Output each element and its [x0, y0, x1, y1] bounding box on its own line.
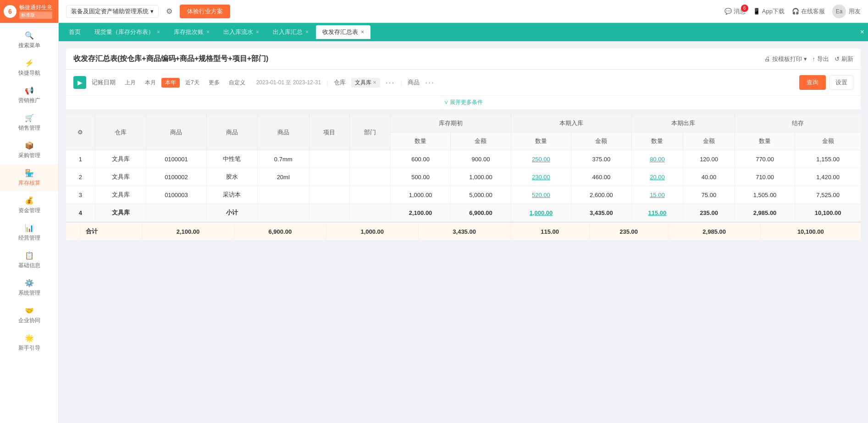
sidebar-item-newbie[interactable]: 🌟新手引导 [0, 329, 58, 357]
sidebar-label-basic: 基础信息 [18, 262, 40, 269]
expand-conditions[interactable]: ∨ 展开更多条件 [66, 95, 861, 109]
tab-inout-summary[interactable]: 出入库汇总 × [266, 25, 315, 39]
tabs-bar: 首页 现货量（库存分布表） × 库存批次账 × 出入库流水 × 出入库汇总 × … [59, 23, 868, 41]
row-warehouse: 文具库 [95, 204, 146, 222]
sidebar-item-enterprise[interactable]: 🤝企业协同 [0, 302, 58, 329]
goods-label: 商品 [408, 78, 420, 87]
col-opening-header: 库存期初 [390, 115, 511, 132]
row-in-qty[interactable]: 520.00 [511, 186, 571, 204]
row-in-amt: 460.00 [571, 168, 631, 186]
row-in-amt: 2,600.00 [571, 186, 631, 204]
sidebar-icon-newbie: 🌟 [25, 334, 34, 342]
row-project [309, 204, 350, 222]
row-out-qty[interactable]: 80.00 [631, 150, 683, 168]
date-label: 记账日期 [92, 78, 116, 87]
print-button[interactable]: 🖨 按模板打印 ▾ [764, 55, 807, 63]
sidebar-item-purchase[interactable]: 📦采购管理 [0, 137, 58, 164]
sidebar-icon-system: ⚙️ [25, 279, 34, 287]
date-this-month[interactable]: 本月 [141, 78, 160, 88]
sidebar-item-finance[interactable]: 💰资金管理 [0, 192, 58, 219]
print-label: 按模板打印 [772, 55, 802, 63]
row-in-qty[interactable]: 250.00 [511, 150, 571, 168]
row-in-qty[interactable]: 230.00 [511, 168, 571, 186]
sidebar-item-search[interactable]: 🔍搜索菜单 [0, 27, 58, 54]
tab-recv-send-summary[interactable]: 收发存汇总表 × [316, 25, 370, 39]
sidebar-icon-inventory: 🏪 [25, 169, 34, 177]
expand-label[interactable]: ∨ 展开更多条件 [444, 99, 483, 105]
warehouse-tag-close[interactable]: × [373, 79, 376, 86]
trial-button[interactable]: 体验行业方案 [180, 5, 230, 18]
col-sku-spec-header: 商品 [257, 115, 309, 150]
sidebar-item-system[interactable]: ⚙️系统管理 [0, 274, 58, 302]
row-project [309, 168, 350, 186]
date-this-year[interactable]: 本年 [161, 78, 180, 88]
row-no: 2 [66, 168, 95, 186]
close-all-tabs[interactable]: × [860, 28, 864, 36]
print-chevron: ▾ [804, 55, 807, 62]
row-sku-code: 0100001 [146, 150, 206, 168]
row-sku-code: 0100003 [146, 186, 206, 204]
app-download-action[interactable]: 📱 App下载 [753, 7, 785, 16]
message-badge: 6 [741, 5, 748, 12]
row-sku-spec [257, 186, 309, 204]
sidebar-item-basic[interactable]: 📋基础信息 [0, 247, 58, 274]
date-custom[interactable]: 自定义 [225, 78, 249, 88]
row-in-qty[interactable]: 1,000.00 [511, 204, 571, 222]
row-out-qty[interactable]: 115.00 [631, 204, 683, 222]
opening-qty-header: 数量 [390, 132, 450, 150]
sidebar-label-enterprise: 企业协同 [18, 317, 40, 324]
settings-button[interactable]: 设置 [829, 75, 853, 90]
tab-inventory-dist[interactable]: 现货量（库存分布表） × [88, 25, 166, 39]
footer-row: 合计 2,100.00 6,900.00 1,000.00 3,435.00 1… [66, 222, 861, 241]
sidebar-icon-basic: 📋 [25, 251, 34, 260]
sidebar-icon-enterprise: 🤝 [25, 306, 34, 315]
row-in-amt: 3,435.00 [571, 204, 631, 222]
topbar: 装备及固定资产辅助管理系统 ▾ ⚙ 体验行业方案 💬 消息 6 📱 App下载 … [59, 0, 868, 23]
filter-toggle[interactable]: ▶ [73, 76, 86, 89]
sidebar-item-quick-nav[interactable]: ⚡快捷导航 [0, 54, 58, 82]
tab-inout-summary-close[interactable]: × [305, 29, 309, 35]
message-action[interactable]: 💬 消息 6 [724, 7, 746, 16]
sidebar-item-sales[interactable]: 🛒销售管理 [0, 109, 58, 137]
tab-batch[interactable]: 库存批次账 × [167, 25, 216, 39]
tab-recv-send-summary-close[interactable]: × [361, 29, 364, 35]
export-button[interactable]: ↑ 导出 [813, 55, 829, 63]
tab-inout-flow-close[interactable]: × [256, 29, 259, 35]
col-in-header: 本期入库 [511, 115, 631, 132]
system-select-chevron: ▾ [150, 8, 154, 15]
system-select[interactable]: 装备及固定资产辅助管理系统 ▾ [66, 5, 159, 18]
sidebar-item-marketing[interactable]: 📢营销推广 [0, 82, 58, 109]
tab-inout-flow[interactable]: 出入库流水 × [217, 25, 265, 39]
message-icon: 💬 [724, 8, 732, 15]
filter-bar: ▶ 记账日期 上月 本月 本年 近7天 更多 自定义 2023-01-01 至 … [66, 69, 861, 95]
row-dept [350, 150, 391, 168]
row-warehouse: 文具库 [95, 150, 146, 168]
tab-batch-close[interactable]: × [206, 29, 210, 35]
phone-icon: 📱 [753, 8, 760, 15]
tab-inventory-dist-label: 现货量（库存分布表） [94, 28, 154, 36]
col-settings[interactable]: ⚙ [66, 115, 95, 150]
sidebar-item-business[interactable]: 📊经营管理 [0, 219, 58, 247]
tab-home[interactable]: 首页 [62, 25, 87, 39]
row-out-qty[interactable]: 15.00 [631, 186, 683, 204]
online-service-action[interactable]: 🎧 在线客服 [792, 7, 825, 16]
refresh-button[interactable]: ↺ 刷新 [835, 55, 853, 63]
date-more[interactable]: 更多 [205, 78, 223, 88]
row-out-amt: 75.00 [683, 186, 735, 204]
main-area: 装备及固定资产辅助管理系统 ▾ ⚙ 体验行业方案 💬 消息 6 📱 App下载 … [59, 0, 868, 423]
row-dept [350, 168, 391, 186]
page-header: 收发存汇总表(按仓库+商品编码+商品+规格型号+项目+部门) 🖨 按模板打印 ▾… [66, 49, 861, 69]
date-7days[interactable]: 近7天 [182, 78, 203, 88]
warehouse-more[interactable]: ··· [386, 78, 395, 88]
tab-inventory-dist-close[interactable]: × [157, 29, 160, 35]
sidebar-icon-business: 📊 [25, 224, 34, 232]
row-out-qty[interactable]: 20.00 [631, 168, 683, 186]
topbar-settings-icon[interactable]: ⚙ [166, 7, 172, 16]
sidebar-item-inventory[interactable]: 🏪库存核算 [0, 164, 58, 192]
date-range: 2023-01-01 至 2023-12-31 [256, 79, 321, 87]
query-button[interactable]: 查询 [799, 75, 826, 90]
col-close-header: 结存 [735, 115, 861, 132]
date-last-month[interactable]: 上月 [121, 78, 139, 88]
goods-more[interactable]: ··· [425, 78, 435, 88]
user-menu[interactable]: Ea 用友 [832, 5, 861, 18]
